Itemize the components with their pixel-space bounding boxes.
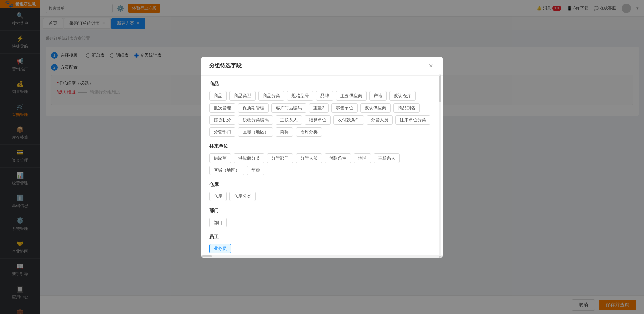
horizontal-scrollbar-track: ▶ [201, 255, 443, 258]
field-section-title-2: 仓库 [209, 182, 435, 188]
field-tag-0-8[interactable]: 批次管理 [209, 103, 235, 113]
field-tag-0-11[interactable]: 重量3 [309, 103, 329, 113]
field-tag-1-7[interactable]: 区域（地区） [209, 166, 244, 175]
field-tag-0-25[interactable]: 仓库分类 [296, 127, 322, 137]
field-tag-3-0[interactable]: 部门 [209, 218, 227, 227]
field-tags-2: 仓库仓库分类 [209, 192, 435, 201]
scrollbar-thumb[interactable] [439, 75, 441, 102]
field-tag-1-0[interactable]: 供应商 [209, 153, 231, 163]
field-tag-0-2[interactable]: 商品分类 [258, 91, 284, 101]
field-tag-0-14[interactable]: 商品别名 [393, 103, 420, 113]
field-tag-0-1[interactable]: 商品类型 [229, 91, 256, 101]
field-tag-0-20[interactable]: 分管人员 [367, 115, 393, 125]
field-tag-2-1[interactable]: 仓库分类 [229, 192, 256, 201]
modal-dialog: 分组待选字段 ✕ 商品商品商品类型商品分类规格型号品牌主要供应商产地默认仓库批次… [201, 57, 443, 258]
field-tag-0-21[interactable]: 往来单位分类 [395, 115, 430, 125]
field-tag-1-1[interactable]: 供应商分类 [234, 153, 264, 163]
field-section-2: 仓库仓库仓库分类 [209, 182, 435, 201]
field-section-title-1: 往来单位 [209, 143, 435, 149]
field-section-title-3: 部门 [209, 208, 435, 214]
field-tag-0-18[interactable]: 结算单位 [305, 115, 331, 125]
scrollbar-track [439, 74, 441, 256]
field-tag-0-17[interactable]: 主联系人 [276, 115, 302, 125]
field-tag-0-13[interactable]: 默认供应商 [360, 103, 391, 113]
field-tag-0-5[interactable]: 主要供应商 [336, 91, 367, 101]
field-tags-0: 商品商品类型商品分类规格型号品牌主要供应商产地默认仓库批次管理保质期管理客户商品… [209, 91, 435, 137]
field-tag-1-6[interactable]: 主联系人 [374, 153, 400, 163]
field-tag-1-5[interactable]: 地区 [354, 153, 371, 163]
field-tag-0-3[interactable]: 规格型号 [287, 91, 313, 101]
field-tag-0-15[interactable]: 拣货积分 [209, 115, 235, 125]
field-tag-0-7[interactable]: 默认仓库 [389, 91, 416, 101]
field-section-3: 部门部门 [209, 208, 435, 227]
field-tag-0-23[interactable]: 区域（地区） [238, 127, 273, 137]
horizontal-scrollbar-thumb[interactable] [202, 255, 212, 257]
field-section-4: 员工业务员 [209, 234, 435, 253]
field-tag-1-3[interactable]: 分管人员 [296, 153, 322, 163]
field-tag-0-4[interactable]: 品牌 [316, 91, 333, 101]
field-tag-1-4[interactable]: 付款条件 [325, 153, 351, 163]
field-tag-0-12[interactable]: 零售单位 [331, 103, 358, 113]
field-section-1: 往来单位供应商供应商分类分管部门分管人员付款条件地区主联系人区域（地区）简称 [209, 143, 435, 175]
field-tag-2-0[interactable]: 仓库 [209, 192, 227, 201]
field-tag-0-9[interactable]: 保质期管理 [238, 103, 269, 113]
field-tag-0-16[interactable]: 税收分类编码 [238, 115, 273, 125]
field-tag-1-8[interactable]: 简称 [247, 166, 264, 175]
field-tags-1: 供应商供应商分类分管部门分管人员付款条件地区主联系人区域（地区）简称 [209, 153, 435, 175]
field-tag-0-22[interactable]: 分管部门 [209, 127, 235, 137]
modal-title: 分组待选字段 [209, 62, 241, 69]
field-tags-4: 业务员 [209, 244, 435, 253]
modal-header: 分组待选字段 ✕ [201, 57, 443, 76]
field-tag-0-0[interactable]: 商品 [209, 91, 227, 101]
field-tag-0-19[interactable]: 收付款条件 [333, 115, 364, 125]
field-section-title-0: 商品 [209, 81, 435, 87]
field-tags-3: 部门 [209, 218, 435, 227]
field-tag-0-24[interactable]: 简称 [276, 127, 293, 137]
field-section-0: 商品商品商品类型商品分类规格型号品牌主要供应商产地默认仓库批次管理保质期管理客户… [209, 81, 435, 137]
field-section-title-4: 员工 [209, 234, 435, 240]
modal-overlay: 分组待选字段 ✕ 商品商品商品类型商品分类规格型号品牌主要供应商产地默认仓库批次… [0, 0, 644, 314]
modal-body[interactable]: 商品商品商品类型商品分类规格型号品牌主要供应商产地默认仓库批次管理保质期管理客户… [201, 76, 443, 255]
field-tag-0-6[interactable]: 产地 [369, 91, 387, 101]
field-tag-0-10[interactable]: 客户商品编码 [271, 103, 306, 113]
field-tag-4-0[interactable]: 业务员 [209, 244, 231, 253]
modal-close-button[interactable]: ✕ [427, 62, 435, 70]
field-tag-1-2[interactable]: 分管部门 [267, 153, 293, 163]
